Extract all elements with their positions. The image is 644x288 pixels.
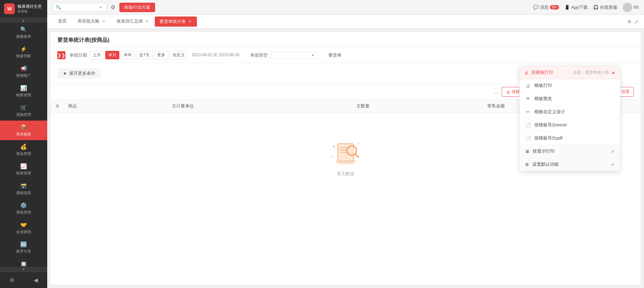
- search-input[interactable]: [63, 5, 97, 10]
- empty-state-icon: [329, 136, 362, 167]
- settings-bottom-btn[interactable]: ⚙: [8, 276, 16, 285]
- col-settings: ⚙: [51, 100, 64, 113]
- maximize-window-btn[interactable]: ⤢: [634, 19, 639, 25]
- svg-point-7: [349, 148, 355, 154]
- collection-tab-label: 收发存汇总表: [117, 18, 143, 24]
- template-preview-label: 模板预览: [534, 96, 615, 102]
- logo-text: 畅康通好生意 标准版: [18, 4, 42, 14]
- user-avatar-btn[interactable]: Rit: [623, 3, 639, 12]
- dropdown-item-export-excel[interactable]: 📄 按模板导出excel: [520, 119, 620, 132]
- sidebar-item-finance[interactable]: 💰 资金管理: [0, 140, 47, 160]
- current-year-btn[interactable]: 本年: [121, 51, 135, 59]
- search-dropdown-icon[interactable]: ▼: [99, 5, 103, 9]
- sidebar-label-operations: 经营管理: [16, 171, 31, 176]
- messages-btn[interactable]: 💬 消息 99+: [533, 4, 559, 10]
- expand-more-btn[interactable]: ▼ 展开更多条件: [57, 68, 101, 78]
- yaohuodan-filter: 要货单: [328, 52, 342, 58]
- col-unit: 主计量单位: [168, 100, 352, 113]
- scroll-up-indicator[interactable]: ▲: [0, 18, 47, 23]
- current-month-btn[interactable]: 本月: [105, 51, 119, 59]
- sidebar-item-basic[interactable]: 🗃️ 基础信息: [0, 179, 47, 199]
- doc-type-label: 单据类型: [250, 52, 268, 58]
- last7days-btn[interactable]: 近7天: [136, 51, 153, 59]
- marketing-nav-icon: 📢: [20, 65, 27, 72]
- display-print-arrow: ▶: [612, 149, 615, 154]
- close-window-btn[interactable]: ✕: [627, 19, 632, 25]
- table-settings-icon[interactable]: ⚙: [55, 103, 60, 109]
- search-icon: 🔍: [56, 5, 61, 10]
- dropdown-display-print[interactable]: 🖥 按显示打印 ▶: [520, 145, 620, 158]
- guide-nav-icon: 🆕: [20, 241, 27, 248]
- dropdown-item-template-preview[interactable]: 👁 模板预览: [520, 92, 620, 105]
- home-tab-label: 首页: [58, 18, 67, 24]
- sidebar-item-enterprise[interactable]: 🤝 企业协同: [0, 218, 47, 238]
- prev-month-btn[interactable]: 上月: [90, 51, 104, 59]
- purchase-nav-icon: 🛒: [20, 104, 27, 111]
- dropdown-chevron-up-icon[interactable]: ▲: [611, 70, 615, 75]
- print-icon: 🖨: [506, 90, 510, 94]
- sidebar-label-search: 搜索菜单: [16, 34, 31, 39]
- dropdown-item-template-design[interactable]: ✏ 模板自定义设计: [520, 105, 620, 119]
- sidebar-label-inventory: 库存核算: [16, 132, 31, 137]
- doc-type-select[interactable]: ▼: [270, 52, 318, 59]
- tab-home[interactable]: 首页: [53, 15, 72, 28]
- basic-nav-icon: 🗃️: [20, 183, 27, 189]
- order-stat-tab-label: 要货单统计表: [159, 19, 186, 25]
- tab-collection[interactable]: 收发存汇总表 ✕: [111, 15, 155, 28]
- sidebar-label-shortcut: 快捷导航: [16, 54, 31, 59]
- sidebar-item-inventory[interactable]: 📦 库存核算: [0, 121, 47, 140]
- dropdown-title-group: 🖨 按模板打印: [524, 69, 553, 75]
- dropdown-set-default[interactable]: ⚙ 设置默认功能 ▶: [520, 158, 620, 171]
- print-header-icon: 🖨: [524, 70, 529, 75]
- tab-batch[interactable]: 库存批次账 ✕: [72, 15, 111, 28]
- collection-tab-close[interactable]: ✕: [145, 19, 149, 24]
- topbar-settings-icon[interactable]: ⚙: [111, 4, 115, 10]
- sidebar-label-sales: 销售管理: [16, 93, 31, 98]
- action-dots-btn[interactable]: ...: [494, 89, 498, 95]
- col-quantity: 主数量: [352, 100, 483, 113]
- sidebar-item-guide[interactable]: 🆕 新手引导: [0, 238, 47, 257]
- batch-tab-close[interactable]: ✕: [101, 19, 106, 24]
- sidebar-item-shortcut[interactable]: ⚡ 快捷导航: [0, 42, 47, 62]
- tabbar: 首页 库存批次账 ✕ 收发存汇总表 ✕ 要货单统计表 ✕ ✕ ⤢: [47, 15, 644, 29]
- page-header: 要货单统计表(按商品): [51, 32, 641, 47]
- sidebar-nav: 🔍 搜索菜单 ⚡ 快捷导航 📢 营销推广 📊 销售管理 🛒 采购管理 📦 库存核…: [0, 23, 47, 267]
- order-stat-tab-close[interactable]: ✕: [188, 20, 192, 24]
- sidebar-item-sales[interactable]: 📊 销售管理: [0, 82, 47, 101]
- system-nav-icon: ⚙️: [20, 202, 27, 209]
- date-label: 单据日期: [69, 52, 87, 58]
- svg-point-9: [332, 145, 335, 148]
- scroll-down-indicator[interactable]: ▼: [0, 267, 47, 272]
- sidebar-label-system: 系统管理: [16, 210, 31, 215]
- tab-order-stat[interactable]: 要货单统计表 ✕: [155, 17, 197, 27]
- topbar-search-box[interactable]: 🔍 ▼: [53, 3, 107, 11]
- empty-message: 暂无数据: [337, 171, 354, 177]
- sidebar-item-search[interactable]: 🔍 搜索菜单: [0, 23, 47, 42]
- svg-rect-4: [340, 150, 347, 151]
- app-logo: W 畅康通好生意 标准版: [0, 0, 47, 18]
- sidebar-item-marketing[interactable]: 📢 营销推广: [0, 62, 47, 82]
- edition-label: 标准版: [18, 9, 42, 13]
- sidebar-item-apps[interactable]: 🔲 应用中心: [0, 257, 47, 267]
- custom-date-btn[interactable]: 自定义: [170, 51, 188, 59]
- svg-point-11: [331, 156, 333, 158]
- online-service-btn[interactable]: 🎧 在线客服: [593, 4, 617, 10]
- dropdown-item-export-pdf[interactable]: 📄 按模板导出pdf: [520, 132, 620, 145]
- messages-label: 消息: [540, 4, 549, 10]
- filter-expand-btn[interactable]: ❯❯: [57, 51, 65, 59]
- template-design-icon: ✏: [525, 109, 531, 115]
- sidebar-item-system[interactable]: ⚙️ 系统管理: [0, 199, 47, 218]
- doc-type-dropdown-icon: ▼: [311, 53, 315, 57]
- template-print-dropdown: 🖨 按模板打印 当前：要货单统计表 ▲ 🖨 模板打印 👁 模板预览 ✏ 模板自定…: [519, 66, 620, 171]
- dropdown-item-template-print[interactable]: 🖨 模板打印: [520, 79, 620, 92]
- sidebar: W 畅康通好生意 标准版 ▲ 🔍 搜索菜单 ⚡ 快捷导航 📢 营销推广 📊 销售…: [0, 0, 47, 288]
- app-download-btn[interactable]: 📱 App下载: [564, 4, 588, 10]
- trial-button[interactable]: 体验行业方案: [119, 3, 155, 12]
- collapse-btn[interactable]: ◀: [32, 276, 39, 285]
- more-date-btn[interactable]: 更多: [154, 51, 168, 59]
- sidebar-label-guide: 新手引导: [16, 249, 31, 254]
- sidebar-label-purchase: 采购管理: [16, 112, 31, 117]
- content-area: 要货单统计表(按商品) ❯❯ 单据日期 上月 本月 本年 近7天 更多 自定义 …: [51, 32, 641, 285]
- sidebar-item-purchase[interactable]: 🛒 采购管理: [0, 101, 47, 121]
- sidebar-item-operations[interactable]: 📈 经营管理: [0, 160, 47, 179]
